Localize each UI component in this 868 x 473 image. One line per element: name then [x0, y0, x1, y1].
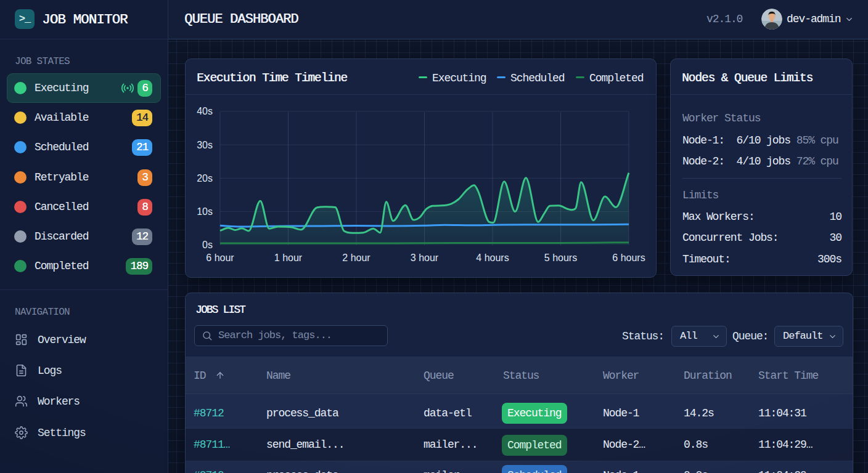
svg-text:4 hours: 4 hours — [476, 253, 509, 263]
svg-text:40s: 40s — [197, 106, 213, 116]
svg-text:30s: 30s — [197, 140, 213, 150]
svg-text:1 hour: 1 hour — [274, 253, 303, 263]
svg-text:0s: 0s — [202, 240, 213, 250]
svg-text:6 hour: 6 hour — [206, 253, 234, 263]
svg-text:6 hours: 6 hours — [612, 253, 645, 263]
svg-text:10s: 10s — [197, 206, 213, 217]
svg-text:3 hour: 3 hour — [411, 253, 439, 263]
svg-text:5 hours: 5 hours — [544, 253, 577, 263]
svg-text:20s: 20s — [197, 173, 213, 184]
svg-text:2 hour: 2 hour — [342, 253, 371, 263]
